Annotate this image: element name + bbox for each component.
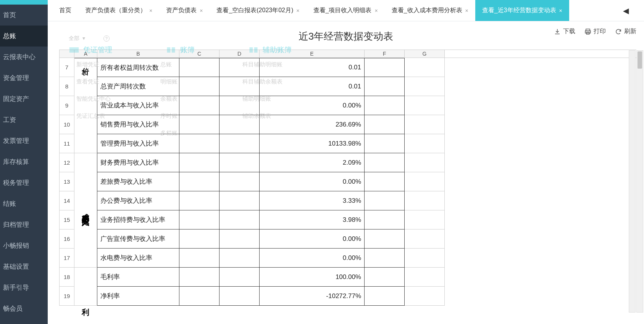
sidebar-item-archive[interactable]: 归档管理 (0, 214, 48, 235)
cell-value[interactable]: 10133.98% (260, 134, 365, 153)
cell[interactable] (179, 153, 220, 172)
cell[interactable] (179, 249, 220, 268)
section-label-analysis[interactable]: 分析 (74, 58, 97, 153)
cell[interactable] (179, 58, 220, 77)
cell[interactable] (365, 172, 405, 191)
cell[interactable] (220, 210, 260, 229)
cell-label[interactable]: 所有者权益周转次数 (97, 58, 179, 77)
row-header[interactable]: 12 (59, 153, 74, 172)
row-header[interactable]: 11 (59, 134, 74, 153)
cell-value[interactable]: 0.00% (260, 172, 365, 191)
cell[interactable] (179, 115, 220, 134)
cell-label[interactable]: 营业成本与收入比率 (97, 96, 179, 115)
cell-value[interactable]: 0.01 (260, 58, 365, 77)
row-header[interactable]: 18 (59, 268, 74, 287)
cell[interactable] (179, 134, 220, 153)
tab-balance-reclass[interactable]: 资产负债表（重分类）× (78, 0, 159, 21)
col-header-f[interactable]: F (365, 50, 405, 58)
inner-scrollbar[interactable] (629, 50, 636, 313)
cell[interactable] (365, 77, 405, 96)
download-button[interactable]: 下载 (554, 27, 575, 35)
cell-value[interactable]: -10272.77% (260, 287, 365, 306)
cell[interactable] (220, 191, 260, 210)
cell[interactable] (405, 287, 445, 306)
cell[interactable] (365, 96, 405, 115)
cell[interactable] (220, 287, 260, 306)
cell[interactable] (179, 191, 220, 210)
cell-label[interactable]: 差旅费与收入比率 (97, 172, 179, 191)
col-header-c[interactable]: C (179, 50, 220, 58)
tab-project-income[interactable]: 查看_项目收入明细表× (307, 0, 385, 21)
cell[interactable] (179, 96, 220, 115)
cell[interactable] (365, 229, 405, 249)
vertical-scrollbar[interactable] (636, 50, 643, 313)
cell[interactable] (405, 229, 445, 249)
print-button[interactable]: 打印 (584, 27, 606, 35)
sidebar-item-settings[interactable]: 基础设置 (0, 256, 48, 277)
cell[interactable] (405, 58, 445, 77)
cell-label[interactable]: 毛利率 (97, 268, 179, 287)
sidebar-item-fixed-assets[interactable]: 固定资产 (0, 88, 48, 109)
row-header[interactable]: 16 (59, 229, 74, 249)
row-header[interactable]: 7 (59, 58, 74, 77)
cell[interactable] (365, 287, 405, 306)
col-header-a[interactable]: A (74, 50, 97, 58)
cell[interactable] (179, 172, 220, 191)
cell-value[interactable]: 0.00% (260, 229, 365, 249)
sidebar-item-ledger[interactable]: 总账 (0, 26, 48, 47)
row-header[interactable]: 17 (59, 249, 74, 268)
cell-value[interactable]: 236.69% (260, 115, 365, 134)
col-header-g[interactable]: G (405, 50, 445, 58)
cell[interactable] (365, 249, 405, 268)
close-icon[interactable]: × (465, 8, 468, 14)
section-label-cost-ratio[interactable]: 成本费用收入比 (74, 153, 97, 268)
cell-value[interactable]: 0.01 (260, 77, 365, 96)
cell-label[interactable]: 业务招待费与收入比率 (97, 210, 179, 229)
tab-income-cost[interactable]: 查看_收入成本费用分析表× (385, 0, 475, 21)
cell-value[interactable]: 100.00% (260, 268, 365, 287)
cell[interactable] (179, 229, 220, 249)
cell[interactable] (405, 249, 445, 268)
row-header[interactable]: 19 (59, 287, 74, 306)
sidebar-item-cloud-report[interactable]: 云报表中心 (0, 47, 48, 67)
cell-label[interactable]: 水电费与收入比率 (97, 249, 179, 268)
cell[interactable] (405, 153, 445, 172)
row-header[interactable]: 13 (59, 172, 74, 191)
cell-value[interactable]: 2.09% (260, 153, 365, 172)
cell-value[interactable]: 3.33% (260, 191, 365, 210)
refresh-button[interactable]: 刷新 (615, 27, 636, 35)
cell-value[interactable]: 3.98% (260, 210, 365, 229)
cell-label[interactable]: 广告宣传费与收入比率 (97, 229, 179, 249)
tab-scroll-left-icon[interactable]: ◀ (623, 6, 629, 15)
sidebar-item-salary[interactable]: 工资 (0, 109, 48, 130)
cell[interactable] (405, 134, 445, 153)
cell[interactable] (220, 134, 260, 153)
row-header[interactable]: 14 (59, 191, 74, 210)
cell[interactable] (405, 210, 445, 229)
cell[interactable] (405, 115, 445, 134)
cell[interactable] (405, 268, 445, 287)
sidebar-item-close[interactable]: 结账 (0, 193, 48, 214)
cell[interactable] (365, 134, 405, 153)
close-icon[interactable]: × (200, 8, 203, 14)
cell-label[interactable]: 管理费用与收入比率 (97, 134, 179, 153)
sidebar-item-home[interactable]: 首页 (0, 5, 48, 26)
cell[interactable] (179, 268, 220, 287)
cell[interactable] (365, 58, 405, 77)
cell[interactable] (179, 210, 220, 229)
row-header[interactable]: 15 (59, 210, 74, 229)
cell[interactable] (220, 268, 260, 287)
corner-cell[interactable] (59, 50, 74, 58)
cell[interactable] (365, 210, 405, 229)
cell[interactable] (405, 191, 445, 210)
section-label-profit[interactable]: 利 (74, 268, 97, 306)
cell[interactable] (220, 58, 260, 77)
cell[interactable] (220, 77, 260, 96)
sidebar-item-funds[interactable]: 资金管理 (0, 67, 48, 88)
close-icon[interactable]: × (559, 8, 562, 14)
sidebar-item-invoice[interactable]: 发票管理 (0, 130, 48, 151)
cell[interactable] (220, 172, 260, 191)
cell-value[interactable]: 0.00% (260, 96, 365, 115)
scrollbar-thumb[interactable] (638, 51, 642, 69)
cell[interactable] (365, 268, 405, 287)
